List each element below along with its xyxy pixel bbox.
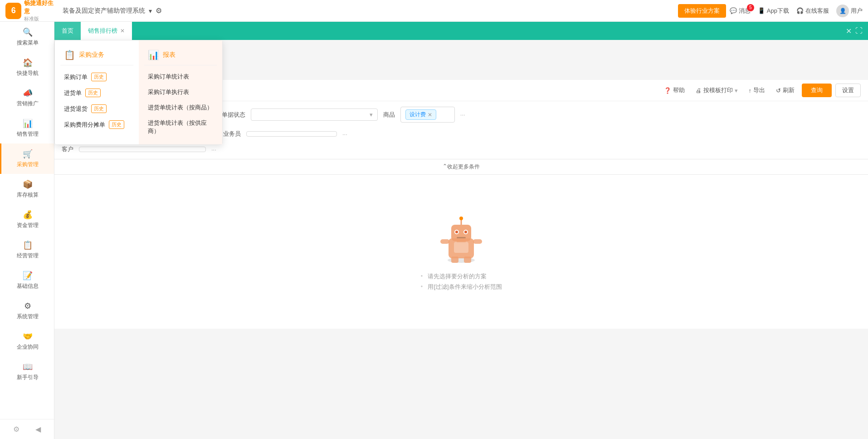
query-btn[interactable]: 查询 xyxy=(802,84,832,97)
logo-area: 6 畅捷通好生意 标准版 xyxy=(5,0,59,22)
mobile-icon: 📱 xyxy=(758,7,765,14)
app-download-label: App下载 xyxy=(767,7,789,15)
message-btn[interactable]: 💬 消息 5 xyxy=(730,7,751,15)
dropdown-item-label: 采购订单统计表 xyxy=(148,73,189,81)
svg-rect-15 xyxy=(454,242,468,253)
sidebar-item-finance[interactable]: 💰 资金管理 xyxy=(0,204,54,235)
tabbar: 首页 销售排行榜 ✕ ✕ ⛶ xyxy=(54,22,868,40)
report-header-label: 报表 xyxy=(163,51,176,59)
goods-tag-text: 设计费 xyxy=(410,111,426,118)
online-service-label: 在线客服 xyxy=(805,7,829,15)
logo-app-name: 畅捷通好生意 xyxy=(24,0,59,15)
empty-state: 请先选择要分析的方案 用[过滤]条件来缩小分析范围 xyxy=(54,175,868,329)
goods-input[interactable]: 设计费 ✕ xyxy=(400,107,455,123)
online-service-btn[interactable]: 🎧 在线客服 xyxy=(796,7,829,15)
sidebar-label-purchase: 采购管理 xyxy=(17,161,39,168)
dropdown-item-order-exec[interactable]: 采购订单执行表 xyxy=(139,84,223,100)
svg-rect-13 xyxy=(451,256,458,263)
sidebar-label-finance: 资金管理 xyxy=(17,222,39,229)
sidebar-collapse-icon[interactable]: ◀ xyxy=(35,425,41,434)
dropdown-item-label: 采购费用分摊单 xyxy=(64,121,105,129)
tab-sales-rank[interactable]: 销售排行榜 ✕ xyxy=(81,22,132,40)
refresh-btn[interactable]: ↺ 刷新 xyxy=(772,84,798,96)
dropdown-item-incoming[interactable]: 进货单 历史 xyxy=(55,85,139,101)
svg-rect-8 xyxy=(457,237,466,238)
sidebar-item-base-info[interactable]: 📝 基础信息 xyxy=(0,265,54,296)
system-title: 装备及固定资产辅助管理系统 xyxy=(63,7,145,15)
export-btn[interactable]: ↑ 导出 xyxy=(745,84,769,96)
tab-home[interactable]: 首页 xyxy=(54,22,81,40)
report-header-icon: 📊 xyxy=(148,49,159,60)
sidebar-item-enterprise[interactable]: 🤝 企业协同 xyxy=(0,326,54,356)
dropdown-item-return[interactable]: 进货退货 历史 xyxy=(55,101,139,117)
settings-icon[interactable]: ⚙ xyxy=(156,6,162,15)
system-icon: ⚙ xyxy=(24,301,31,311)
dropdown-item-order-stat[interactable]: 采购订单统计表 xyxy=(139,69,223,84)
purchase-icon: 🛒 xyxy=(23,149,33,159)
tab-home-label: 首页 xyxy=(62,27,73,35)
sidebar-item-quick-nav[interactable]: 🏠 快捷导航 xyxy=(0,52,54,83)
settings-btn[interactable]: 设置 xyxy=(835,84,861,97)
sidebar-item-purchase[interactable]: 🛒 采购管理 xyxy=(0,143,54,174)
inventory-icon: 📦 xyxy=(23,179,33,189)
history-badge-1[interactable]: 历史 xyxy=(85,89,101,97)
goods-tag-close-icon[interactable]: ✕ xyxy=(428,112,432,118)
sidebar-item-operations[interactable]: 📋 经营管理 xyxy=(0,235,54,265)
salesperson-more-dots[interactable]: ··· xyxy=(342,131,347,138)
goods-tag: 设计费 ✕ xyxy=(405,109,436,120)
dropdown-col-report: 📊 报表 采购订单统计表 采购订单执行表 进货单统计表（按商品） 进货单统计表（… xyxy=(139,40,223,144)
message-icon: 💬 xyxy=(730,7,737,14)
user-btn[interactable]: 👤 用户 xyxy=(836,5,863,17)
customer-more-dots[interactable]: ··· xyxy=(211,146,216,153)
dropdown-item-incoming-stat-goods[interactable]: 进货单统计表（按商品） xyxy=(139,100,223,115)
sidebar-item-inventory[interactable]: 📦 库存核算 xyxy=(0,174,54,204)
help-btn[interactable]: ❓ 帮助 xyxy=(660,84,688,96)
voucher-status-arrow: ▾ xyxy=(370,111,373,118)
export-icon: ↑ xyxy=(749,87,752,94)
industry-btn[interactable]: 体验行业方案 xyxy=(678,4,726,18)
history-badge-2[interactable]: 历史 xyxy=(91,104,107,113)
dropdown-arrow-icon[interactable]: ▾ xyxy=(149,7,152,15)
sidebar-label-inventory: 库存核算 xyxy=(17,191,39,199)
app-download-btn[interactable]: 📱 App下载 xyxy=(758,7,789,15)
window-close-icon[interactable]: ✕ xyxy=(846,27,852,35)
svg-rect-12 xyxy=(473,239,482,244)
dropdown-item-expense[interactable]: 采购费用分摊单 历史 xyxy=(55,117,139,133)
dropdown-col-purchase-business: 📋 采购业务 采购订单 历史 进货单 历史 进货退货 历史 采购费用分摊单 历史 xyxy=(55,40,139,144)
print-btn[interactable]: 🖨 按模板打印 ▾ xyxy=(692,84,741,96)
salesperson-input[interactable] xyxy=(246,131,337,137)
print-dropdown-icon: ▾ xyxy=(735,87,738,94)
goods-more-dots[interactable]: ··· xyxy=(460,111,465,118)
history-badge-3[interactable]: 历史 xyxy=(109,120,124,129)
sidebar-label-enterprise: 企业协同 xyxy=(17,343,39,351)
sidebar-item-marketing[interactable]: 📣 营销推广 xyxy=(0,83,54,113)
tab-close-icon[interactable]: ✕ xyxy=(120,28,125,34)
history-badge-0[interactable]: 历史 xyxy=(91,73,107,81)
dropdown-item-label: 采购订单 xyxy=(64,73,88,81)
collapse-bar[interactable]: ⌃ 收起更多条件 xyxy=(54,159,868,175)
dropdown-item-label: 进货单 xyxy=(64,89,82,97)
content-area: 请先选择要分析的方案 用[过滤]条件来缩小分析范围 xyxy=(54,175,868,329)
sidebar-label-base-info: 基础信息 xyxy=(17,282,39,290)
help-label: 帮助 xyxy=(673,86,685,94)
sidebar-item-guide[interactable]: 📖 新手引导 xyxy=(0,356,54,387)
dropdown-item-incoming-stat-supplier[interactable]: 进货单统计表（按供应商） xyxy=(139,115,223,139)
customer-input[interactable] xyxy=(79,147,206,152)
dropdown-item-purchase-order[interactable]: 采购订单 历史 xyxy=(55,69,139,85)
help-icon: ❓ xyxy=(664,87,671,94)
sidebar-label-marketing: 营销推广 xyxy=(17,100,39,108)
svg-rect-14 xyxy=(464,256,471,263)
sidebar-label-quick-nav: 快捷导航 xyxy=(17,69,39,77)
filter-row-3: 客户 ··· xyxy=(62,145,861,153)
voucher-status-select[interactable]: ▾ xyxy=(251,109,378,121)
system-title-area: 装备及固定资产辅助管理系统 ▾ ⚙ xyxy=(63,6,674,15)
sidebar-item-sales[interactable]: 📊 销售管理 xyxy=(0,113,54,143)
dropdown-item-label: 进货退货 xyxy=(64,105,88,113)
sidebar-item-search[interactable]: 🔍 搜索菜单 xyxy=(0,22,54,52)
finance-icon: 💰 xyxy=(23,210,33,220)
window-expand-icon[interactable]: ⛶ xyxy=(855,27,863,35)
sidebar-settings-icon[interactable]: ⚙ xyxy=(13,425,20,434)
sidebar-item-system[interactable]: ⚙ 系统管理 xyxy=(0,296,54,326)
home-icon: 🏠 xyxy=(23,58,33,68)
dropdown-purchase-header: 📋 采购业务 xyxy=(55,46,139,65)
